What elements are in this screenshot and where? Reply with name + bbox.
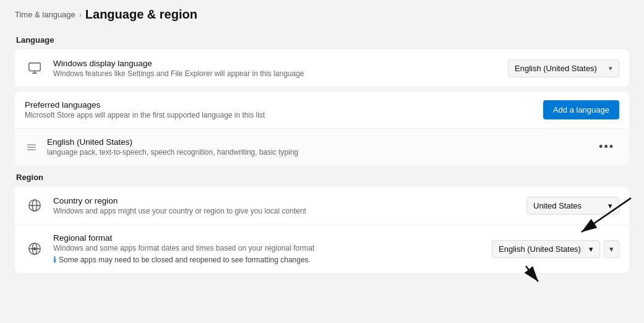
regional-format-desc: Windows and some apps format dates and t… xyxy=(53,244,483,252)
english-us-more-button[interactable]: ••• xyxy=(594,138,619,156)
monitor-icon xyxy=(25,58,45,78)
expand-icon: ▾ xyxy=(609,244,614,254)
svg-rect-0 xyxy=(29,63,40,71)
clock-globe-icon xyxy=(25,239,45,259)
country-region-control: United States ▾ xyxy=(526,197,619,215)
country-region-dropdown[interactable]: United States ▾ xyxy=(526,197,619,215)
regional-format-title: Regional format xyxy=(53,233,483,243)
english-us-text: English (United States) language pack, t… xyxy=(47,137,585,157)
regional-format-expand-button[interactable]: ▾ xyxy=(604,240,619,258)
preferred-languages-title: Preferred languages xyxy=(25,100,535,110)
windows-display-language-card: Windows display language Windows feature… xyxy=(15,50,629,87)
preferred-languages-control: Add a language xyxy=(543,100,619,119)
country-region-chevron-icon: ▾ xyxy=(608,201,612,210)
regional-format-control: English (United States) ▾ ▾ xyxy=(492,240,619,258)
breadcrumb-separator: › xyxy=(79,11,82,19)
english-us-control: ••• xyxy=(594,138,619,156)
svg-point-7 xyxy=(33,248,36,250)
preferred-languages-card: Preferred languages Microsoft Store apps… xyxy=(15,92,629,165)
regional-format-note: ℹ Some apps may need to be closed and re… xyxy=(53,255,483,264)
windows-display-chevron-icon: ▾ xyxy=(609,64,612,72)
windows-display-text: Windows display language Windows feature… xyxy=(53,59,499,78)
globe-icon xyxy=(25,196,45,215)
windows-display-desc: Windows features like Settings and File … xyxy=(53,69,499,78)
regional-format-dropdown-value: English (United States) xyxy=(499,244,581,254)
english-us-title: English (United States) xyxy=(47,137,585,147)
english-us-desc: language pack, text-to-speech, speech re… xyxy=(47,148,585,157)
windows-display-dropdown-value: English (United States) xyxy=(515,64,597,73)
country-region-text: Country or region Windows and apps might… xyxy=(53,196,518,215)
breadcrumb-parent[interactable]: Time & language xyxy=(15,10,75,19)
region-section-label: Region xyxy=(15,173,629,182)
country-region-dropdown-value: United States xyxy=(533,201,582,210)
preferred-languages-desc: Microsoft Store apps will appear in the … xyxy=(25,111,535,119)
info-icon: ℹ xyxy=(53,255,56,264)
add-language-button[interactable]: Add a language xyxy=(543,100,619,119)
drag-handle[interactable] xyxy=(25,142,38,153)
country-region-title: Country or region xyxy=(53,196,518,205)
regional-format-text: Regional format Windows and some apps fo… xyxy=(53,233,483,264)
country-region-desc: Windows and apps might use your country … xyxy=(53,207,518,215)
regional-format-dropdown[interactable]: English (United States) ▾ xyxy=(492,240,600,258)
regional-format-chevron-icon: ▾ xyxy=(589,244,593,254)
language-section-label: Language xyxy=(15,35,629,45)
windows-display-control: English (United States) ▾ xyxy=(508,59,619,77)
region-card: Country or region Windows and apps might… xyxy=(15,187,629,273)
windows-display-dropdown[interactable]: English (United States) ▾ xyxy=(508,59,619,77)
windows-display-title: Windows display language xyxy=(53,59,499,68)
page-title: Language & region xyxy=(85,7,197,22)
preferred-languages-text: Preferred languages Microsoft Store apps… xyxy=(25,100,535,119)
